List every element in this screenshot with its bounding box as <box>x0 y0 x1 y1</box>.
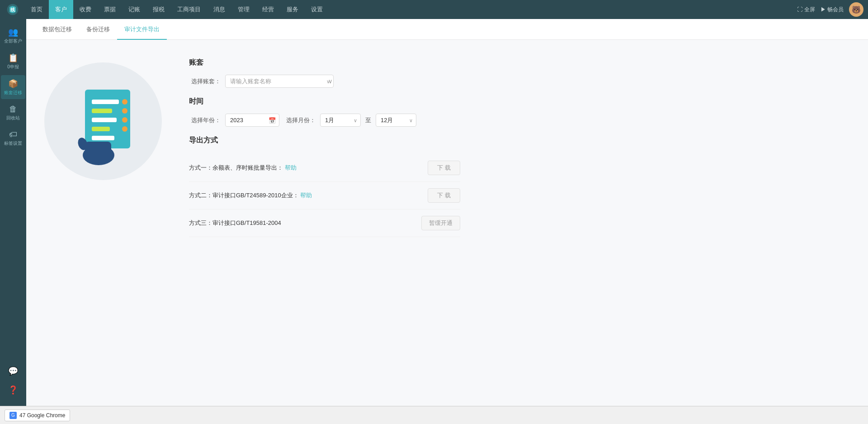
month-end-select[interactable]: 1月 2月 3月 4月 5月 6月 7月 8月 9月 10月 11月 <box>376 114 416 127</box>
svg-rect-13 <box>85 142 111 160</box>
nav-clients[interactable]: 客户 <box>49 0 73 19</box>
svg-point-8 <box>122 99 127 105</box>
all-clients-icon: 👥 <box>8 27 18 37</box>
main-layout: 👥 全部客户 📋 0申报 📦 账套迁移 🗑 回收站 🏷 标签设置 💬 ❓ <box>0 19 868 406</box>
chrome-icon: G <box>9 412 17 419</box>
top-nav-right: ⛶ 全屏 ▶ 畅会员 🐻 <box>797 2 863 17</box>
page-content: 账套 选择账套： 请输入账套名称 ∨ 时间 选择年份： <box>26 40 868 406</box>
svg-text:线: 线 <box>10 7 15 12</box>
taskbar-chrome[interactable]: G 47 Google Chrome <box>5 410 70 421</box>
year-input[interactable] <box>225 114 279 127</box>
zero-declare-icon: 📋 <box>8 53 18 63</box>
recycle-icon: 🗑 <box>9 105 17 114</box>
export-method-3: 方式三：审计接口GB/T19581-2004 暂缓开通 <box>189 210 460 237</box>
label-select-month: 选择月份： <box>284 116 316 124</box>
nav-fees[interactable]: 收费 <box>73 0 98 19</box>
tab-bar: 数据包迁移 备份迁移 审计文件导出 <box>26 19 868 40</box>
method1-download-btn[interactable]: 下 载 <box>428 161 460 175</box>
method2-download-btn[interactable]: 下 载 <box>428 188 460 203</box>
svg-point-9 <box>122 108 127 114</box>
tab-data-migration[interactable]: 数据包迁移 <box>35 19 79 40</box>
sidebar-label-tag-settings: 标签设置 <box>4 141 22 146</box>
sidebar-label-zero-declare: 0申报 <box>7 64 19 70</box>
sidebar-label-account-migration: 账套迁移 <box>4 90 22 95</box>
account-select[interactable]: 请输入账套名称 <box>225 75 334 88</box>
nav-home[interactable]: 首页 <box>24 0 49 19</box>
label-select-year: 选择年份： <box>189 116 221 124</box>
illustration-area <box>44 53 162 392</box>
export-method-2: 方式二：审计接口GB/T24589-2010企业： 帮助 下 载 <box>189 182 460 210</box>
tab-audit-export[interactable]: 审计文件导出 <box>117 19 167 40</box>
account-migration-icon: 📦 <box>8 79 18 89</box>
top-navigation: 线 首页 客户 收费 票据 记账 报税 工商项目 消息 管理 经营 服务 设置 … <box>0 0 868 19</box>
svg-rect-6 <box>92 127 110 131</box>
svg-rect-3 <box>92 100 119 104</box>
form-row-account: 选择账套： 请输入账套名称 ∨ <box>189 75 460 88</box>
app-logo[interactable]: 线 <box>5 1 21 18</box>
method3-label: 方式三：审计接口GB/T19581-2004 <box>189 219 281 227</box>
section-export-title: 导出方式 <box>189 136 460 145</box>
sidebar-item-tag-settings[interactable]: 🏷 标签设置 <box>1 126 25 150</box>
svg-point-11 <box>122 126 127 132</box>
method3-open-btn[interactable]: 暂缓开通 <box>421 216 460 230</box>
sidebar-label-recycle: 回收站 <box>6 115 20 121</box>
nav-services[interactable]: 服务 <box>280 0 305 19</box>
export-methods: 方式一：余额表、序时账批量导出： 帮助 下 载 方式二：审计接口GB/T2458… <box>189 154 460 237</box>
nav-messages[interactable]: 消息 <box>207 0 231 19</box>
account-select-wrapper: 请输入账套名称 <box>225 75 334 88</box>
month-start-wrapper: 1月 2月 3月 4月 5月 6月 7月 8月 9月 10月 11月 <box>320 114 361 127</box>
nav-tax[interactable]: 报税 <box>146 0 171 19</box>
sidebar-bottom: 💬 ❓ <box>1 362 25 406</box>
to-label: 至 <box>365 116 371 124</box>
year-input-wrapper: 📅 <box>225 114 279 127</box>
fullscreen-btn[interactable]: ⛶ 全屏 <box>797 6 815 14</box>
nav-business[interactable]: 工商项目 <box>171 0 207 19</box>
export-method-1: 方式一：余额表、序时账批量导出： 帮助 下 载 <box>189 154 460 182</box>
sidebar-item-help[interactable]: ❓ <box>1 381 25 399</box>
taskbar: G 47 Google Chrome <box>0 406 868 424</box>
illustration-svg <box>58 71 148 171</box>
content-area: 数据包迁移 备份迁移 审计文件导出 <box>26 19 868 406</box>
svg-point-10 <box>122 117 127 123</box>
sidebar-item-all-clients[interactable]: 👥 全部客户 <box>1 24 25 48</box>
chat-icon: 💬 <box>8 366 18 376</box>
method1-label: 方式一：余额表、序时账批量导出： 帮助 <box>189 164 297 172</box>
form-row-time: 选择年份： 📅 选择月份： 1月 2月 3月 4月 <box>189 114 460 127</box>
nav-invoices[interactable]: 票据 <box>98 0 122 19</box>
nav-manage[interactable]: 管理 <box>231 0 256 19</box>
nav-operations[interactable]: 经营 <box>256 0 280 19</box>
vip-btn[interactable]: ▶ 畅会员 <box>821 6 844 14</box>
tag-settings-icon: 🏷 <box>9 130 17 139</box>
label-select-account: 选择账套： <box>189 77 221 86</box>
sidebar-label-all-clients: 全部客户 <box>4 38 22 44</box>
tab-backup-migration[interactable]: 备份迁移 <box>79 19 117 40</box>
month-start-select[interactable]: 1月 2月 3月 4月 5月 6月 7月 8月 9月 10月 11月 <box>320 114 361 127</box>
help-icon: ❓ <box>8 385 18 395</box>
time-row: 📅 选择月份： 1月 2月 3月 4月 5月 6月 7月 <box>225 114 416 127</box>
sidebar: 👥 全部客户 📋 0申报 📦 账套迁移 🗑 回收站 🏷 标签设置 💬 ❓ <box>0 19 26 406</box>
form-area: 账套 选择账套： 请输入账套名称 ∨ 时间 选择年份： <box>189 53 460 392</box>
section-time-title: 时间 <box>189 97 460 106</box>
svg-rect-5 <box>92 118 117 122</box>
user-avatar[interactable]: 🐻 <box>849 2 863 17</box>
nav-bookkeeping[interactable]: 记账 <box>122 0 146 19</box>
method1-help-link[interactable]: 帮助 <box>285 164 297 171</box>
section-account-title: 账套 <box>189 58 460 67</box>
sidebar-item-zero-declare[interactable]: 📋 0申报 <box>1 49 25 73</box>
sidebar-item-account-migration[interactable]: 📦 账套迁移 <box>1 75 25 99</box>
month-end-wrapper: 1月 2月 3月 4月 5月 6月 7月 8月 9月 10月 11月 <box>376 114 416 127</box>
sidebar-item-recycle[interactable]: 🗑 回收站 <box>1 101 25 124</box>
taskbar-chrome-label: 47 Google Chrome <box>19 412 65 419</box>
svg-rect-4 <box>92 109 112 113</box>
sidebar-item-chat[interactable]: 💬 <box>1 362 25 380</box>
method2-label: 方式二：审计接口GB/T24589-2010企业： 帮助 <box>189 191 312 200</box>
svg-rect-7 <box>92 136 114 140</box>
nav-settings[interactable]: 设置 <box>305 0 329 19</box>
nav-items: 首页 客户 收费 票据 记账 报税 工商项目 消息 管理 经营 服务 设置 <box>24 0 797 19</box>
method2-help-link[interactable]: 帮助 <box>300 192 312 199</box>
illustration-circle <box>44 62 162 180</box>
